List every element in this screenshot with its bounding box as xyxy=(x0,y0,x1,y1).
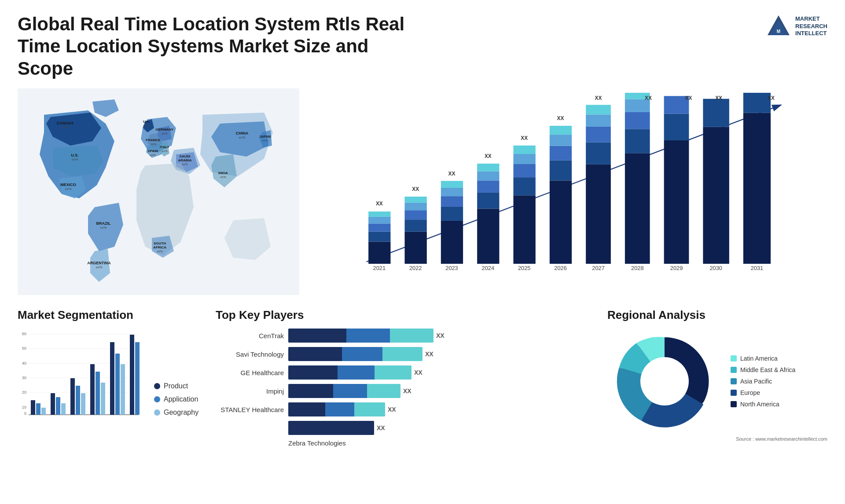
svg-text:xx%: xx% xyxy=(100,226,107,230)
player-bar-centrak: XX xyxy=(288,329,594,343)
legend-asia-pacific-color xyxy=(731,378,737,384)
svg-text:XX: XX xyxy=(557,115,564,121)
legend-product-label: Product xyxy=(164,382,188,390)
svg-rect-101 xyxy=(743,93,771,113)
player-xx-savi: XX xyxy=(425,351,434,358)
legend-geography-dot xyxy=(154,409,160,416)
segmentation-chart-wrapper: 60 50 40 30 20 10 0 xyxy=(18,329,202,416)
svg-rect-55 xyxy=(441,188,463,196)
svg-rect-66 xyxy=(513,195,535,264)
svg-rect-61 xyxy=(477,181,499,193)
svg-rect-138 xyxy=(115,354,120,415)
svg-text:xx%: xx% xyxy=(150,153,155,157)
svg-rect-73 xyxy=(550,181,572,264)
svg-text:FRANCE: FRANCE xyxy=(146,138,161,142)
svg-rect-41 xyxy=(368,217,390,224)
svg-rect-59 xyxy=(477,209,499,264)
svg-text:2023: 2023 xyxy=(73,416,81,416)
svg-text:MEXICO: MEXICO xyxy=(60,183,76,187)
svg-rect-97 xyxy=(703,127,729,264)
svg-text:XX: XX xyxy=(412,186,419,192)
svg-text:2029: 2029 xyxy=(670,265,683,271)
source-text: Source : www.marketresearchintellect.com xyxy=(607,436,827,442)
svg-text:2025: 2025 xyxy=(113,416,121,416)
player-row-savi: Savi Technology XX xyxy=(216,347,594,361)
svg-text:50: 50 xyxy=(22,346,26,351)
svg-text:U.K.: U.K. xyxy=(143,120,150,124)
svg-text:XX: XX xyxy=(685,95,692,102)
donut-wrapper: Latin America Middle East & Africa Asia … xyxy=(607,329,827,434)
svg-text:ITALY: ITALY xyxy=(160,145,169,149)
legend-asia-pacific: Asia Pacific xyxy=(731,378,795,385)
svg-text:SAUDI: SAUDI xyxy=(180,154,191,158)
svg-rect-42 xyxy=(368,212,390,217)
svg-text:xx%: xx% xyxy=(143,124,149,127)
legend-latin-america: Latin America xyxy=(731,355,795,362)
svg-rect-60 xyxy=(477,193,499,209)
svg-text:0: 0 xyxy=(24,411,26,416)
svg-text:2022: 2022 xyxy=(409,265,422,271)
svg-rect-54 xyxy=(441,196,463,207)
svg-text:2030: 2030 xyxy=(709,265,722,271)
svg-rect-49 xyxy=(404,197,426,203)
svg-text:30: 30 xyxy=(22,376,26,380)
svg-rect-100 xyxy=(743,113,771,264)
svg-rect-75 xyxy=(550,146,572,161)
svg-text:XX: XX xyxy=(448,171,456,177)
svg-rect-94 xyxy=(664,114,689,140)
legend-north-america-label: North America xyxy=(740,401,779,408)
svg-text:2024: 2024 xyxy=(482,265,494,271)
svg-text:XX: XX xyxy=(715,95,722,102)
svg-rect-127 xyxy=(61,403,66,415)
svg-text:xx%: xx% xyxy=(62,125,68,129)
svg-text:2021: 2021 xyxy=(373,265,386,271)
svg-text:xx%: xx% xyxy=(96,265,102,269)
logo-text: MARKET RESEARCH INTELLECT xyxy=(795,15,827,38)
svg-text:BRAZIL: BRAZIL xyxy=(96,221,111,226)
svg-rect-83 xyxy=(586,115,611,127)
map-section: CANADA xx% U.S. xx% MEXICO xx% BRAZIL xx… xyxy=(18,88,299,299)
svg-rect-130 xyxy=(76,386,80,415)
svg-text:M: M xyxy=(777,29,780,34)
svg-rect-133 xyxy=(90,364,95,415)
legend-mea: Middle East & Africa xyxy=(731,366,795,373)
svg-text:XX: XX xyxy=(521,135,528,141)
svg-rect-53 xyxy=(441,207,463,221)
world-map-svg: CANADA xx% U.S. xx% MEXICO xx% BRAZIL xx… xyxy=(18,88,299,295)
legend-mea-color xyxy=(731,367,737,373)
svg-rect-69 xyxy=(513,154,535,164)
logo-box: M MARKET RESEARCH INTELLECT xyxy=(765,13,827,40)
svg-rect-81 xyxy=(586,142,611,164)
legend-mea-label: Middle East & Africa xyxy=(740,366,795,373)
logo-area: M MARKET RESEARCH INTELLECT xyxy=(765,13,827,40)
svg-rect-67 xyxy=(513,177,535,195)
svg-text:XX: XX xyxy=(595,95,602,102)
svg-rect-40 xyxy=(368,224,390,232)
svg-text:60: 60 xyxy=(22,332,26,336)
svg-text:xx%: xx% xyxy=(162,150,167,153)
legend-geography-label: Geography xyxy=(164,409,198,416)
svg-text:2026: 2026 xyxy=(129,416,137,416)
regional-title: Regional Analysis xyxy=(607,308,827,322)
player-xx-centrak: XX xyxy=(436,332,445,339)
legend-latin-america-color xyxy=(731,355,737,362)
zebra-label: Zebra Technologies xyxy=(288,439,594,447)
chart-section: 2021 XX 2022 XX 2023 XX xyxy=(308,88,827,299)
legend-europe-label: Europe xyxy=(740,389,760,396)
svg-text:ARABIA: ARABIA xyxy=(178,158,191,162)
svg-text:2025: 2025 xyxy=(518,265,530,271)
svg-rect-123 xyxy=(41,408,46,415)
players-section: Top Key Players CenTrak XX Savi Techno xyxy=(216,308,594,447)
svg-text:U.S.: U.S. xyxy=(71,153,79,157)
svg-text:SOUTH: SOUTH xyxy=(154,241,166,245)
svg-text:SPAIN: SPAIN xyxy=(147,149,158,153)
legend-europe: Europe xyxy=(731,389,795,396)
market-bar-chart: 2021 XX 2022 XX 2023 XX xyxy=(317,93,819,282)
svg-rect-141 xyxy=(130,335,134,415)
svg-text:GERMANY: GERMANY xyxy=(156,128,174,131)
svg-rect-38 xyxy=(368,242,390,264)
svg-rect-39 xyxy=(368,232,390,242)
svg-text:xx%: xx% xyxy=(71,157,78,161)
svg-text:2027: 2027 xyxy=(592,265,604,271)
svg-text:JAPAN: JAPAN xyxy=(259,135,271,139)
